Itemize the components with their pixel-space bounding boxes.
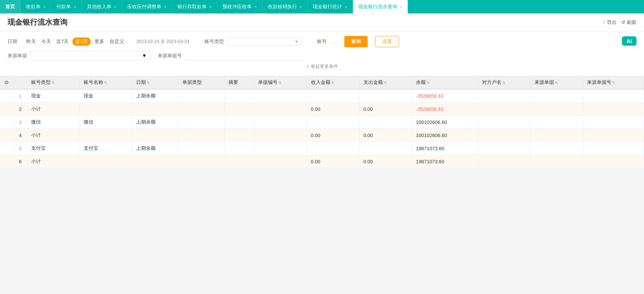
cell-income: 0.00	[307, 129, 359, 142]
nav-item-payment[interactable]: 付款单×	[51, 0, 81, 13]
nav-item-cash-bank-flow[interactable]: 现金银行流水查询×	[353, 0, 408, 13]
cell-balance: 100102606.60	[412, 116, 478, 129]
page-title: 现金银行流水查询	[8, 17, 68, 27]
cell-counterpart	[478, 155, 530, 168]
refresh-button[interactable]: ↺ 刷新	[621, 19, 636, 26]
cell-summary	[225, 129, 254, 142]
chevron-down-icon-2: ▼	[142, 53, 147, 58]
close-icon[interactable]: ×	[400, 4, 402, 9]
sort-icon: ⇅	[331, 81, 334, 85]
cell-date	[132, 155, 178, 168]
close-icon[interactable]: ×	[300, 4, 302, 9]
cell-counterpart	[478, 129, 530, 142]
cell-settings	[0, 142, 14, 155]
cell-date: 上期余额	[132, 142, 178, 155]
nav-item-receipt[interactable]: 收款单×	[21, 0, 51, 13]
cell-num: 3	[14, 116, 27, 129]
col-header-settings: ⚙	[0, 76, 14, 89]
col-header-doc_num[interactable]: 单据编号⇅	[254, 76, 307, 89]
collapse-bar[interactable]: ∧ 收起更多条件	[8, 62, 636, 71]
date-btn-7days[interactable]: 近7天	[55, 37, 70, 46]
account-type-label: 账号类型	[204, 38, 224, 45]
source-doc-label: 来源单据	[8, 52, 27, 59]
cell-source_doc	[530, 103, 583, 116]
cell-source_doc_num	[583, 103, 644, 116]
date-btn-yesterday[interactable]: 昨天	[25, 37, 38, 46]
cell-settings	[0, 89, 14, 103]
close-icon[interactable]: ×	[209, 4, 212, 9]
date-label: 日期	[8, 38, 17, 45]
col-header-date[interactable]: 日期⇅	[132, 76, 178, 89]
cell-doc_num	[254, 89, 307, 103]
cell-expense: 0.00	[359, 103, 412, 116]
sort-icon: ⇅	[612, 81, 615, 85]
cell-doc_num	[254, 116, 307, 129]
nav-item-bank-deposit[interactable]: 银行存取款单×	[172, 0, 217, 13]
col-header-source_doc[interactable]: 来源单据⇅	[530, 76, 583, 89]
col-header-source_doc_num[interactable]: 来源单据号⇅	[583, 76, 644, 89]
cell-doc_num	[254, 129, 307, 142]
date-btn-1month[interactable]: 近1月	[72, 37, 91, 46]
cell-expense	[359, 116, 412, 129]
col-header-num	[14, 76, 27, 89]
nav-item-receipt-verify[interactable]: 收款核销执行×	[263, 0, 308, 13]
cell-counterpart	[478, 89, 530, 103]
date-btn-today[interactable]: 今天	[40, 37, 53, 46]
sort-icon: ⇅	[426, 81, 429, 85]
sort-icon: ⇅	[147, 81, 150, 85]
cell-settings	[0, 129, 14, 142]
account-type-select[interactable]: ▼	[227, 37, 302, 46]
close-icon[interactable]: ×	[74, 4, 76, 9]
nav-item-other-income[interactable]: 其他收入单×	[82, 0, 122, 13]
cell-income	[307, 89, 359, 103]
date-buttons: 昨天今天近7天近1月更多自定义	[25, 37, 126, 46]
nav-bar: 首页收款单×付款单×其他收入单×应收应付调整单×银行存取款单×预收冲应收单×收款…	[0, 0, 644, 13]
cell-doc_num	[254, 142, 307, 155]
account-type-filter: 账号类型 ▼	[204, 37, 302, 46]
export-button[interactable]: ↑ 导出	[603, 19, 617, 26]
cell-doc_num	[254, 155, 307, 168]
close-icon[interactable]: ×	[43, 4, 45, 9]
account-filter: 账号 ...	[317, 38, 337, 45]
cell-expense: 0.00	[359, 155, 412, 168]
col-header-summary: 摘要	[225, 76, 254, 89]
close-icon[interactable]: ×	[254, 4, 257, 9]
close-icon[interactable]: ×	[114, 4, 116, 9]
cell-source_doc	[530, 89, 583, 103]
cell-account_type: 微信	[27, 116, 80, 129]
nav-item-home[interactable]: 首页	[0, 0, 21, 13]
table-row: 2小计0.000.00-3528659.33	[0, 103, 644, 116]
account-dots-button[interactable]: ...	[330, 38, 337, 45]
cell-account_name	[80, 155, 132, 168]
table-header-row: ⚙账号类型⇅账号名称⇅日期⇅单据类型摘要单据编号⇅收入金额⇅支出金额⇅余额⇅对方…	[0, 76, 644, 89]
gear-icon[interactable]: ⚙	[4, 79, 9, 85]
cell-account_name	[80, 103, 132, 116]
col-header-counterpart[interactable]: 对方户名⇅	[478, 76, 530, 89]
ai-badge[interactable]: Ai	[622, 36, 636, 46]
cell-account_name: 支付宝	[80, 142, 132, 155]
close-icon[interactable]: ×	[345, 4, 347, 9]
cell-expense: 0.00	[359, 129, 412, 142]
cell-account_name	[80, 129, 132, 142]
date-btn-more[interactable]: 更多	[93, 37, 106, 46]
nav-item-prepay-offset[interactable]: 预收冲应收单×	[217, 0, 262, 13]
col-header-expense[interactable]: 支出金额⇅	[359, 76, 412, 89]
close-icon[interactable]: ×	[164, 4, 166, 9]
nav-item-ar-ap-adjust[interactable]: 应收应付调整单×	[122, 0, 172, 13]
col-header-account_type[interactable]: 账号类型⇅	[27, 76, 80, 89]
source-doc-select[interactable]: ▼	[30, 51, 150, 60]
date-btn-custom[interactable]: 自定义	[108, 37, 126, 46]
cell-doc_type	[178, 155, 224, 168]
settings-button[interactable]: 设置	[375, 36, 399, 47]
cell-source_doc_num	[583, 142, 644, 155]
cell-account_name: 微信	[80, 116, 132, 129]
source-doc-num-input[interactable]	[185, 51, 305, 60]
cell-settings	[0, 116, 14, 129]
col-header-account_name[interactable]: 账号名称⇅	[80, 76, 132, 89]
table-row: 6小计0.000.0019871073.60	[0, 155, 644, 168]
nav-item-cash-bank-stat[interactable]: 现金银行统计×	[308, 0, 353, 13]
query-button[interactable]: 查询	[344, 36, 368, 47]
col-header-balance[interactable]: 余额⇅	[412, 76, 478, 89]
cell-doc_type	[178, 89, 224, 103]
col-header-income[interactable]: 收入金额⇅	[307, 76, 359, 89]
